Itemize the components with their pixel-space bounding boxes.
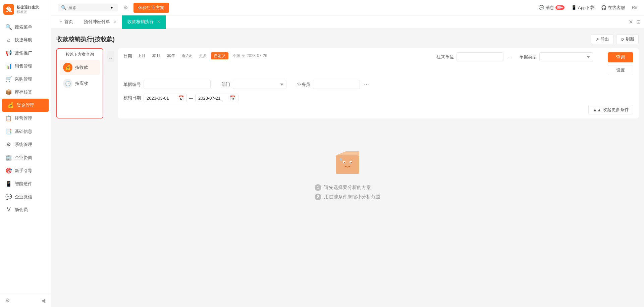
date-opt-this-month[interactable]: 本月: [150, 52, 163, 59]
page-header: 收款核销执行(按收款) ↗ 导出 ↺ 刷新: [56, 34, 639, 44]
industry-btn[interactable]: 休验行业方案: [133, 3, 169, 13]
member-icon: V: [5, 207, 12, 213]
writeoff-end-wrap: 📅: [195, 94, 238, 102]
staff-input[interactable]: [313, 80, 360, 89]
expand-window-btn[interactable]: ⊡: [636, 19, 641, 25]
sidebar-item-guide[interactable]: 🎯新手引导: [0, 164, 51, 177]
message-icon: 💬: [539, 5, 544, 10]
filter-date-area: 日期 上月 本月 本年 近7天 更多 自定义 不: [123, 52, 431, 61]
sidebar-label-finance: 资金管理: [17, 102, 34, 108]
sidebar-item-enterprise[interactable]: 🏢企业协同: [0, 151, 51, 164]
sidebar-item-sales[interactable]: 📊销售管理: [0, 59, 51, 72]
date-opt-custom[interactable]: 自定义: [211, 52, 228, 59]
writeoff-end-calendar-icon[interactable]: 📅: [230, 95, 235, 101]
voucher-no-input[interactable]: [144, 80, 211, 89]
dropdown-icon[interactable]: ▾: [111, 5, 113, 10]
export-btn[interactable]: ↗ 导出: [591, 34, 613, 44]
staff-dots-btn[interactable]: ···: [363, 81, 370, 88]
dept-select[interactable]: [233, 80, 286, 89]
svg-point-3: [344, 162, 345, 163]
settings-icon[interactable]: ⚙: [5, 297, 10, 304]
export-icon: ↗: [595, 37, 599, 42]
sidebar-label-search: 搜索菜单: [15, 24, 32, 30]
filter-option-receivable[interactable]: 🕐 按应收: [60, 76, 100, 91]
sidebar-item-wechat[interactable]: 💬企业微信: [0, 190, 51, 203]
query-btn[interactable]: 查询: [608, 52, 633, 62]
sales-icon: 📊: [5, 63, 12, 69]
search-icon: 🔍: [5, 24, 12, 30]
writeoff-start-wrap: 📅: [144, 94, 187, 102]
app-download-btn[interactable]: 📱 App下载: [571, 5, 594, 11]
wechat-icon: 💬: [5, 194, 12, 200]
user-menu[interactable]: Rit: [632, 5, 637, 10]
voucher-type-select[interactable]: [539, 52, 593, 61]
refresh-btn[interactable]: ↺ 刷新: [616, 34, 639, 44]
collapse-more-btn[interactable]: ▲▲ 收起更多条件: [588, 105, 633, 114]
sidebar-item-finance[interactable]: 💰资金管理: [2, 99, 49, 112]
staff-label: 业务员: [297, 82, 310, 88]
voucher-no-field: 单据编号: [123, 80, 211, 89]
tab-prepay[interactable]: 预付冲应付单 ✕: [78, 15, 122, 29]
sidebar-item-nav[interactable]: ⌂快捷导航: [0, 34, 51, 46]
writeoff-start-calendar-icon[interactable]: 📅: [178, 95, 184, 101]
left-filter-title: 按以下方案查询: [60, 52, 100, 57]
empty-illustration: [327, 145, 368, 179]
date-separator: —: [189, 96, 193, 101]
sidebar-item-search[interactable]: 🔍搜索菜单: [0, 20, 51, 34]
sidebar-label-hardware: 智能硬件: [15, 181, 32, 187]
basic-icon: 📑: [5, 128, 12, 135]
online-service-btn[interactable]: 🎧 在线客服: [601, 5, 625, 11]
collapse-panel-btn[interactable]: 《: [107, 51, 114, 62]
writeoff-end-input[interactable]: [198, 96, 228, 101]
left-filter-panel: 按以下方案查询 💰 按收款 🕐 按应收: [56, 48, 103, 118]
sidebar-item-basic[interactable]: 📑基础信息: [0, 125, 51, 138]
sidebar-label-purchase: 采购管理: [15, 76, 32, 82]
date-opt-this-year[interactable]: 本年: [164, 52, 178, 59]
hint-num-1: 1: [315, 184, 321, 191]
sidebar-item-operation[interactable]: 📋经营管理: [0, 112, 51, 125]
filter-option-receipt[interactable]: 💰 按收款: [60, 60, 100, 75]
tab-home[interactable]: ⌂ 首页: [54, 15, 78, 29]
right-filter-form: 日期 上月 本月 本年 近7天 更多 自定义 不: [118, 48, 639, 118]
tab-receipt-close[interactable]: ✕: [157, 19, 160, 24]
hint-num-2: 2: [315, 194, 321, 200]
logo-text: 畅捷通好生意 标准版: [17, 5, 39, 14]
sidebar-label-system: 系统管理: [15, 142, 32, 148]
collapse-up-icon: ▲▲: [593, 107, 601, 112]
writeoff-date-field: 核销日期 📅 — 📅: [123, 94, 238, 102]
counterpart-dots-btn[interactable]: ···: [506, 53, 514, 60]
sidebar-footer: ⚙ ◀: [0, 294, 51, 307]
tab-prepay-close[interactable]: ✕: [113, 19, 117, 24]
empty-hints: 1 请先选择要分析的方案 2 用过滤条件来缩小分析范围: [315, 184, 380, 200]
tabs-right-area: ✕ ⊡: [629, 19, 641, 25]
sidebar-item-purchase[interactable]: 🛒采购管理: [0, 72, 51, 86]
sidebar-item-hardware[interactable]: 📱智能硬件: [0, 177, 51, 190]
header-search-input[interactable]: [68, 5, 109, 10]
date-opt-last-month[interactable]: 上月: [135, 52, 148, 59]
svg-point-4: [351, 162, 352, 163]
sidebar-item-system[interactable]: ⚙系统管理: [0, 138, 51, 151]
search-icon: 🔍: [61, 5, 66, 10]
sidebar-item-member[interactable]: V畅会员: [0, 203, 51, 216]
service-icon: 🎧: [601, 5, 606, 10]
settings-btn[interactable]: 设置: [608, 65, 633, 75]
empty-hint-2: 2 用过滤条件来缩小分析范围: [315, 194, 380, 200]
collapse-sidebar-btn[interactable]: ◀: [41, 297, 45, 304]
message-btn[interactable]: 💬 消息 99+: [539, 5, 565, 11]
close-window-btn[interactable]: ✕: [629, 19, 633, 25]
sidebar-label-basic: 基础信息: [15, 129, 32, 135]
filter-row-2: 单据编号 部门 业务员 ···: [123, 80, 633, 89]
nav-icon: ⌂: [5, 37, 12, 43]
tab-receipt[interactable]: 收款核销执行 ✕: [122, 15, 166, 29]
voucher-no-label: 单据编号: [123, 82, 141, 88]
counterpart-input[interactable]: [457, 52, 503, 61]
date-opt-more[interactable]: 更多: [196, 52, 210, 59]
header-gear-icon[interactable]: ⚙: [123, 4, 128, 11]
writeoff-start-input[interactable]: [147, 96, 177, 101]
sidebar-item-inventory[interactable]: 📦库存核算: [0, 86, 51, 99]
date-opt-last-7[interactable]: 近7天: [179, 52, 195, 59]
tab-receipt-label: 收款核销执行: [127, 19, 154, 25]
sidebar-item-marketing[interactable]: 📢营销推广: [0, 46, 51, 59]
main-area: 🔍 ▾ ⚙ 休验行业方案 💬 消息 99+ 📱 App下载 🎧 在线客服 Rit: [51, 0, 644, 307]
date-options: 上月 本月 本年 近7天 更多 自定义: [135, 52, 228, 59]
